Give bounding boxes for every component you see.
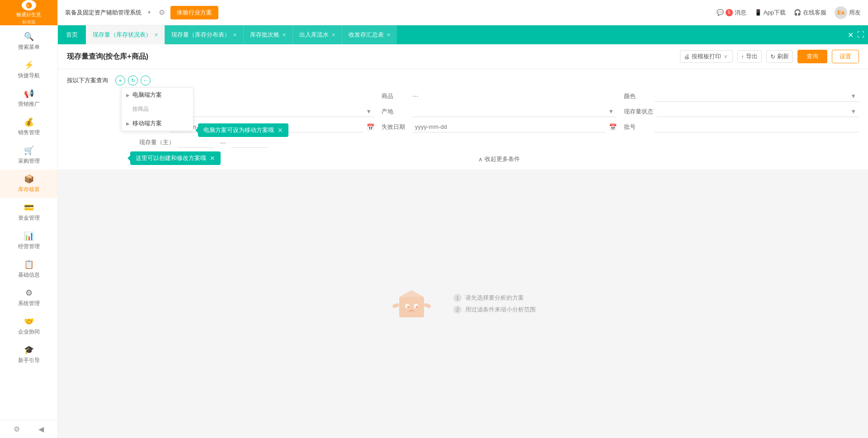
header-right: 💬 6 消息 📱 App下载 🎧 在线客服 Ea 用友 <box>717 6 861 19</box>
step-2-text: 用过滤条件来缩小分析范围 <box>465 306 536 314</box>
empty-illustration <box>390 281 435 326</box>
set-button[interactable]: 设置 <box>832 50 859 63</box>
service-label: 在线客服 <box>803 9 826 17</box>
tab-close-all-icon[interactable]: ✕ <box>848 31 854 39</box>
tab-close-3[interactable]: ✕ <box>282 32 286 38</box>
collapse-row[interactable]: ∧ 收起更多条件 <box>139 151 859 165</box>
expire-date-input[interactable] <box>412 122 605 132</box>
scheme-mobile[interactable]: ▶ 移动端方案 <box>122 116 193 131</box>
export-button[interactable]: ↑ 导出 <box>737 50 762 63</box>
print-button[interactable]: 🖨 按模板打印 ▼ <box>680 50 733 63</box>
sidebar-item-purchase[interactable]: 🛒 采购管理 <box>0 141 57 170</box>
tooltip-pc: 电脑方案可设为移动方案哦 ✕ <box>198 123 288 137</box>
service-icon: 🎧 <box>794 9 801 16</box>
search-button[interactable]: 查询 <box>797 50 827 63</box>
message-label: 消息 <box>735 9 746 17</box>
goods-dots[interactable]: ··· <box>412 92 418 100</box>
svg-rect-2 <box>399 297 424 317</box>
sidebar-item-guide[interactable]: 🎓 新手引导 <box>0 340 57 369</box>
tab-inventory-status[interactable]: 现存量（库存状况表） ✕ <box>86 25 165 44</box>
tab-close-1[interactable]: ✕ <box>154 32 158 38</box>
tooltip-pc-close[interactable]: ✕ <box>278 127 283 134</box>
tab-batch[interactable]: 库存批次账 ✕ <box>243 25 292 44</box>
tab-bar: 首页 现存量（库存状况表） ✕ 现存量（库存分布表） ✕ 库存批次账 ✕ 出入库… <box>58 25 868 44</box>
sidebar-item-basic[interactable]: 📋 基础信息 <box>0 255 57 283</box>
step-1-text: 请先选择要分析的方案 <box>465 294 524 302</box>
app-download-item[interactable]: 📱 App下载 <box>755 9 786 17</box>
tab-flow[interactable]: 出入库流水 ✕ <box>292 25 342 44</box>
empty-step-2: 2 用过滤条件来缩小分析范围 <box>453 306 536 314</box>
settings-icon[interactable]: ⚙ <box>159 8 165 17</box>
back-scheme-btn[interactable]: ← <box>141 75 151 85</box>
add-scheme-btn[interactable]: + <box>115 75 125 85</box>
collapse-btn[interactable]: ◀ <box>38 425 44 433</box>
industry-button[interactable]: 体验行业方案 <box>170 6 218 19</box>
sidebar-item-finance[interactable]: 💳 资金管理 <box>0 198 57 226</box>
tab-home[interactable]: 首页 <box>58 25 86 44</box>
sidebar-item-search[interactable]: 🔍 搜索菜单 <box>0 27 57 56</box>
batch-input[interactable] <box>655 122 859 132</box>
field-goods: 商品 ··· <box>382 91 617 102</box>
page-header: 现存量查询(按仓库+商品) 🖨 按模板打印 ▼ ↑ 导出 ↻ 刷新 查询 设置 <box>58 44 868 69</box>
status-select[interactable]: ▼ <box>657 106 859 117</box>
size-dropdown: ▼ <box>366 108 372 115</box>
empty-state: 1 请先选择要分析的方案 2 用过滤条件来缩小分析范围 <box>58 170 868 438</box>
main-area: 装备及固定资产辅助管理系统 ▼ ⚙ 体验行业方案 💬 6 消息 📱 App下载 … <box>58 0 868 438</box>
scheme-pc-label: 电脑端方案 <box>132 91 189 99</box>
sidebar-item-enterprise[interactable]: 🤝 企业协同 <box>0 312 57 340</box>
messages-item[interactable]: 💬 6 消息 <box>717 9 746 17</box>
sidebar-item-nav[interactable]: ⚡ 快捷导航 <box>0 56 57 84</box>
sidebar-item-inventory[interactable]: 📦 库存核算 <box>0 170 57 198</box>
tab-inventory-dist[interactable]: 现存量（库存分布表） ✕ <box>165 25 243 44</box>
tab-close-4[interactable]: ✕ <box>331 32 335 38</box>
expire-calendar-icon[interactable]: 📅 <box>609 123 617 131</box>
tab-summary[interactable]: 收发存汇总表 ✕ <box>342 25 397 44</box>
tooltip-pc-text: 电脑方案可设为移动方案哦 <box>203 126 274 134</box>
print-icon: 🖨 <box>684 53 690 60</box>
tooltip-create-close[interactable]: ✕ <box>210 155 215 162</box>
empty-steps: 1 请先选择要分析的方案 2 用过滤条件来缩小分析范围 <box>453 294 536 314</box>
origin-select[interactable]: ▼ <box>412 106 617 117</box>
system-dropdown-icon[interactable]: ▼ <box>147 10 151 15</box>
tab-close-2[interactable]: ✕ <box>233 32 237 38</box>
user-item[interactable]: Ea 用友 <box>835 6 861 19</box>
produce-calendar-icon[interactable]: 📅 <box>367 123 374 131</box>
svg-text:6: 6 <box>27 4 28 8</box>
field-color: 颜色 ▼ <box>624 91 859 102</box>
sidebar-item-marketing[interactable]: 📢 营销推广 <box>0 84 57 113</box>
logo-icon: 6 <box>22 0 36 10</box>
inventory-icon: 📦 <box>24 174 34 184</box>
scheme-mobile-label: 移动端方案 <box>132 119 189 127</box>
app-label: App下载 <box>764 9 786 17</box>
refresh-scheme-btn[interactable]: ↻ <box>128 75 138 85</box>
qty-min-input[interactable] <box>178 137 214 148</box>
top-header: 装备及固定资产辅助管理系统 ▼ ⚙ 体验行业方案 💬 6 消息 📱 App下载 … <box>58 0 868 25</box>
field-qty: 现存量（主） — <box>139 137 374 148</box>
sidebar-nav: 🔍 搜索菜单 ⚡ 快捷导航 📢 营销推广 💰 销售管理 🛒 采购管理 📦 库存核… <box>0 25 57 420</box>
scheme-pc[interactable]: ▶ 电脑端方案 <box>122 88 193 102</box>
system-name: 装备及固定资产辅助管理系统 <box>65 9 142 17</box>
color-select[interactable]: ▼ <box>655 91 859 102</box>
sidebar-item-sales[interactable]: 💰 销售管理 <box>0 113 57 141</box>
user-label: 用友 <box>849 9 861 17</box>
tab-fullscreen-icon[interactable]: ⛶ <box>857 31 864 39</box>
sidebar-item-system[interactable]: ⚙ 系统管理 <box>0 283 57 312</box>
customer-service-item[interactable]: 🎧 在线客服 <box>794 9 826 17</box>
qty-max-input[interactable] <box>231 137 267 148</box>
guide-icon: 🎓 <box>24 345 34 355</box>
size-select[interactable]: ▼ <box>170 106 374 117</box>
empty-step-1: 1 请先选择要分析的方案 <box>453 294 536 302</box>
filter-label: 按以下方案查询 <box>67 76 108 85</box>
message-icon: 💬 <box>717 9 724 16</box>
refresh-button[interactable]: ↻ 刷新 <box>766 50 793 63</box>
content-area: 现存量查询(按仓库+商品) 🖨 按模板打印 ▼ ↑ 导出 ↻ 刷新 查询 设置 <box>58 44 868 438</box>
tab-close-5[interactable]: ✕ <box>387 32 391 38</box>
sidebar-item-ops[interactable]: 📊 经营管理 <box>0 226 57 255</box>
collapse-label: 收起更多条件 <box>485 155 520 163</box>
settings-bottom-btn[interactable]: ⚙ <box>14 425 20 433</box>
scheme-sub[interactable]: 按商品 <box>122 102 193 116</box>
export-icon: ↑ <box>741 53 745 60</box>
nav-icon: ⚡ <box>24 60 34 70</box>
status-dropdown: ▼ <box>850 108 856 115</box>
fields-grid: 仓库 ··· 商品 ··· 颜色 ▼ <box>139 91 859 151</box>
